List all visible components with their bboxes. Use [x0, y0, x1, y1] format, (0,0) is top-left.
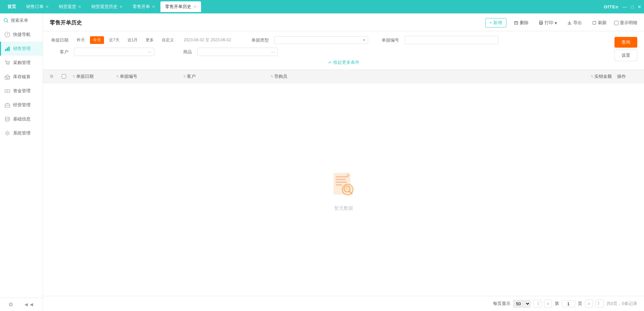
sidebar-item-basic-info[interactable]: 基础信息 — [0, 112, 43, 126]
svg-point-8 — [7, 64, 7, 65]
svg-marker-3 — [7, 33, 8, 35]
export-button[interactable]: 导出 — [564, 18, 585, 27]
print-button[interactable]: 打印 ▾ — [536, 18, 560, 27]
tab-retail-open-history[interactable]: 零售开单历史 ✕ — [160, 1, 201, 12]
tab-retail-open-close[interactable]: ✕ — [152, 5, 155, 9]
product-select[interactable]: ··· — [197, 48, 278, 56]
date-range-text: 2023-06-02 至 2023-06-02 — [184, 37, 231, 43]
sidebar-item-purchase-mgmt-label: 采购管理 — [13, 60, 31, 66]
last-page-icon: 》 — [597, 301, 602, 307]
col-action-label: 操作 — [617, 73, 626, 80]
sidebar-item-quick-nav[interactable]: 快捷导航 — [0, 28, 43, 42]
sidebar-settings-btn[interactable]: ⚙ — [8, 301, 13, 308]
window-close[interactable]: ✕ — [638, 4, 641, 9]
col-date-label: 单据日期 — [76, 73, 94, 80]
date-1month-btn[interactable]: 近1月 — [125, 36, 141, 44]
prev-page-btn[interactable]: < — [544, 300, 552, 308]
sidebar-search-label: 搜索采单 — [11, 17, 28, 23]
add-button[interactable]: + 新增 — [485, 18, 506, 28]
svg-point-27 — [542, 23, 543, 23]
filter-row-1: 单据日期 昨天 今天 近7天 近1月 更多 自定义 2023-06-02 至 2… — [50, 36, 637, 44]
svg-rect-6 — [7, 48, 8, 51]
print-button-label: 打印 — [545, 20, 553, 26]
next-page-btn[interactable]: > — [585, 300, 593, 308]
sidebar-collapse-btn[interactable]: ◄◄ — [23, 302, 34, 308]
tab-sales-return-history[interactable]: 销货退货历史 ✕ — [87, 1, 127, 12]
date-7days-btn[interactable]: 近7天 — [106, 36, 122, 44]
display-cols-checkbox[interactable] — [614, 21, 618, 25]
next-page-icon: > — [588, 301, 590, 306]
tab-sales-order[interactable]: 销售订单 ✕ — [21, 1, 53, 12]
window-minimize[interactable]: — — [623, 4, 627, 9]
last-page-btn[interactable]: 》 — [596, 300, 604, 308]
customer-select[interactable]: ··· — [74, 48, 154, 56]
page-title: 零售开单历史 — [50, 19, 82, 27]
tab-retail-open[interactable]: 零售开单 ✕ — [128, 1, 160, 12]
bar-chart-icon — [4, 46, 10, 52]
pagination: 每页显示 50 10 20 100 《 < 第 页 > — [43, 296, 644, 311]
col-header-salesperson[interactable]: ⇅ 导购员 — [268, 73, 318, 80]
tab-home[interactable]: 首页 — [3, 1, 21, 12]
sidebar-item-inventory[interactable]: 库存核算 — [0, 70, 43, 84]
page-label: 第 — [555, 301, 559, 307]
svg-rect-32 — [336, 182, 347, 183]
col-header-customer[interactable]: ⇅ 客户 — [181, 73, 268, 80]
sidebar-item-purchase-mgmt[interactable]: 采购管理 — [0, 56, 43, 70]
query-button[interactable]: 查询 — [614, 37, 637, 48]
sidebar-search[interactable]: 搜索采单 — [0, 13, 43, 28]
print-icon — [539, 20, 543, 25]
date-yesterday-btn[interactable]: 昨天 — [74, 36, 88, 44]
sidebar-item-sales-mgmt[interactable]: 销售管理 — [0, 42, 43, 56]
svg-rect-31 — [336, 179, 346, 180]
svg-rect-30 — [336, 176, 348, 177]
window-maximize[interactable]: □ — [631, 4, 634, 9]
first-page-btn[interactable]: 《 — [533, 300, 541, 308]
database-icon — [4, 116, 10, 122]
col-num-label: 单据编号 — [120, 73, 137, 80]
tab-sales-order-close[interactable]: ✕ — [46, 5, 49, 9]
date-range-display: 2023-06-02 至 2023-06-02 — [184, 37, 231, 43]
doc-num-label: 单据编号 — [380, 37, 399, 43]
date-custom-btn[interactable]: 自定义 — [159, 36, 177, 44]
tab-retail-open-history-label: 零售开单历史 — [165, 4, 191, 10]
table-settings-btn[interactable]: ⚙ — [46, 74, 58, 79]
tab-sales-return-history-label: 销货退货历史 — [91, 4, 117, 10]
delete-icon — [514, 20, 518, 25]
delete-button[interactable]: 删除 — [511, 18, 531, 27]
col-amount-label: 实销金额 — [594, 73, 612, 80]
tab-home-label: 首页 — [7, 4, 16, 10]
sidebar-item-quick-nav-label: 快捷导航 — [13, 32, 31, 38]
sidebar-item-system[interactable]: 系统管理 — [0, 126, 43, 140]
doc-type-select[interactable]: ▾ — [274, 36, 368, 44]
main-layout: 搜索采单 快捷导航 销售管理 采购管理 — [0, 13, 644, 311]
empty-icon-svg — [327, 168, 360, 201]
col-header-date[interactable]: ⇅ 单据日期 — [70, 73, 113, 80]
col-header-action: 操作 — [614, 73, 641, 80]
date-more-btn[interactable]: 更多 — [143, 36, 157, 44]
refresh-button[interactable]: 刷新 — [589, 18, 609, 27]
briefcase-icon — [4, 102, 10, 108]
table-select-all[interactable] — [58, 74, 70, 79]
tab-sales-return[interactable]: 销货退货 ✕ — [54, 1, 86, 12]
table-header-row: ⚙ ⇅ 单据日期 ⇅ 单据编号 ⇅ 客户 ⇅ — [43, 70, 644, 83]
collapse-filter-btn[interactable]: 收起更多条件 — [50, 59, 637, 65]
page-number-input[interactable] — [562, 300, 575, 307]
col-date-sort-icon: ⇅ — [72, 74, 75, 78]
display-cols-toggle[interactable]: 显示明细 — [614, 20, 637, 26]
doc-num-input[interactable] — [404, 36, 498, 44]
sidebar-item-operation[interactable]: 经营管理 — [0, 98, 43, 112]
settings-btn-2[interactable]: 设置 — [614, 50, 637, 61]
svg-point-13 — [7, 90, 8, 92]
col-header-num[interactable]: ⇅ 单据编号 — [113, 73, 181, 80]
per-page-select[interactable]: 50 10 20 100 — [513, 300, 531, 308]
tab-retail-open-history-close[interactable]: ✕ — [193, 5, 196, 9]
select-all-checkbox[interactable] — [62, 74, 66, 79]
col-header-amount[interactable]: ⇅ 实销金额 — [574, 73, 614, 80]
date-today-btn[interactable]: 今天 — [90, 36, 104, 44]
col-salesperson-label: 导购员 — [274, 73, 287, 80]
svg-rect-11 — [7, 78, 8, 79]
date-filter-label: 单据日期 — [50, 37, 68, 43]
tab-sales-return-close[interactable]: ✕ — [78, 5, 81, 9]
tab-sales-return-history-close[interactable]: ✕ — [119, 5, 122, 9]
sidebar-item-finance[interactable]: 资金管理 — [0, 84, 43, 98]
